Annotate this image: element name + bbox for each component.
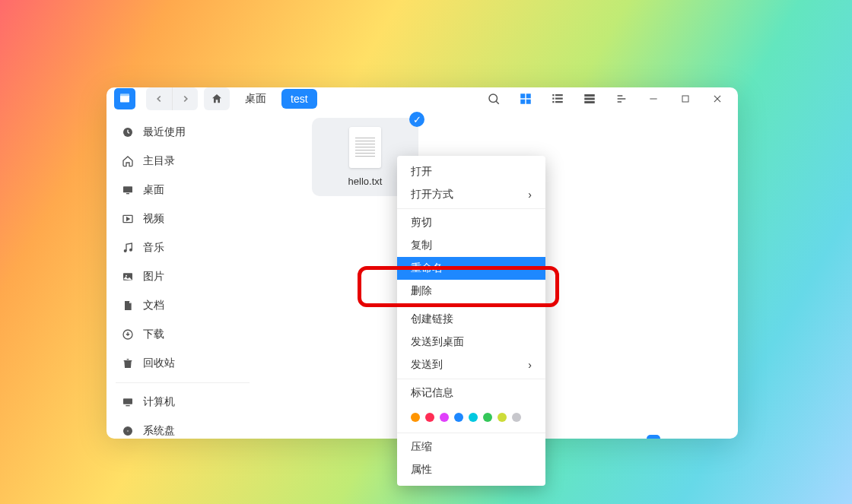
sidebar-item-label: 系统盘 xyxy=(143,424,175,438)
sidebar-item-label: 主目录 xyxy=(143,154,175,168)
forward-button[interactable] xyxy=(172,87,198,110)
ctx-delete[interactable]: 删除 xyxy=(397,280,545,303)
svg-point-30 xyxy=(130,249,132,251)
sidebar-item-label: 最近使用 xyxy=(143,125,186,139)
slider-thumb[interactable] xyxy=(647,435,660,439)
home-button[interactable] xyxy=(204,87,230,110)
sidebar-item-documents[interactable]: 文档 xyxy=(106,291,259,320)
ctx-compress[interactable]: 压缩 xyxy=(397,436,545,458)
color-tag-swatch[interactable] xyxy=(454,413,463,422)
svg-rect-13 xyxy=(555,101,563,103)
sidebar-item-trash[interactable]: 回收站 xyxy=(106,349,259,378)
svg-rect-26 xyxy=(126,193,129,194)
svg-rect-0 xyxy=(120,96,129,103)
text-file-icon xyxy=(349,127,381,168)
ctx-separator xyxy=(397,305,545,306)
back-button[interactable] xyxy=(146,87,172,110)
color-tag-swatch[interactable] xyxy=(425,413,434,422)
sidebar-item-system-disk[interactable]: 系统盘 xyxy=(106,417,259,439)
sidebar-item-downloads[interactable]: 下载 xyxy=(106,320,259,349)
nav-back-forward xyxy=(146,87,198,110)
ctx-properties[interactable]: 属性 xyxy=(397,458,545,481)
color-tag-swatch[interactable] xyxy=(483,413,492,422)
ctx-copy[interactable]: 复制 xyxy=(397,234,545,257)
maximize-button[interactable] xyxy=(672,87,698,110)
sidebar-item-label: 下载 xyxy=(143,328,164,341)
svg-rect-9 xyxy=(555,94,563,96)
view-grid-button[interactable] xyxy=(513,87,539,110)
color-tag-swatch[interactable] xyxy=(512,413,521,422)
svg-rect-7 xyxy=(526,100,531,104)
sidebar-item-label: 视频 xyxy=(143,212,164,226)
sidebar-separator xyxy=(116,382,250,383)
svg-rect-5 xyxy=(526,94,531,98)
svg-point-37 xyxy=(127,430,129,433)
sidebar-item-home[interactable]: 主目录 xyxy=(106,147,259,176)
sidebar-item-desktop[interactable]: 桌面 xyxy=(106,176,259,204)
ctx-send-to[interactable]: 发送到› xyxy=(397,353,545,376)
breadcrumb-desktop[interactable]: 桌面 xyxy=(236,88,275,109)
svg-rect-35 xyxy=(126,405,129,406)
svg-rect-14 xyxy=(584,94,595,97)
color-tag-swatch[interactable] xyxy=(411,413,420,422)
sidebar-item-label: 音乐 xyxy=(143,241,164,255)
svg-point-32 xyxy=(126,275,127,277)
color-tag-swatch[interactable] xyxy=(469,413,478,422)
svg-rect-10 xyxy=(552,98,554,100)
ctx-send-to-desktop[interactable]: 发送到桌面 xyxy=(397,331,545,353)
sidebar-item-label: 桌面 xyxy=(143,183,164,197)
ctx-cut[interactable]: 剪切 xyxy=(397,211,545,234)
svg-rect-4 xyxy=(520,94,525,98)
chevron-right-icon: › xyxy=(528,189,532,201)
color-tag-swatch[interactable] xyxy=(498,413,507,422)
ctx-color-tags xyxy=(397,404,545,430)
svg-rect-25 xyxy=(123,186,132,192)
color-tag-swatch[interactable] xyxy=(440,413,449,422)
close-button[interactable] xyxy=(704,87,730,110)
app-icon xyxy=(114,88,135,109)
svg-rect-11 xyxy=(555,98,563,100)
selection-check-icon: ✓ xyxy=(409,112,424,127)
ctx-separator xyxy=(397,433,545,433)
svg-marker-28 xyxy=(127,217,129,220)
svg-rect-16 xyxy=(584,101,595,103)
sidebar-item-video[interactable]: 视频 xyxy=(106,204,259,233)
sidebar-item-label: 文档 xyxy=(143,299,164,312)
ctx-create-link[interactable]: 创建链接 xyxy=(397,308,545,331)
chevron-right-icon: › xyxy=(528,359,532,371)
svg-rect-34 xyxy=(123,398,132,404)
ctx-open[interactable]: 打开 xyxy=(397,160,545,183)
search-button[interactable] xyxy=(481,87,507,110)
svg-rect-1 xyxy=(120,94,129,96)
svg-rect-6 xyxy=(520,100,525,104)
sidebar-item-label: 计算机 xyxy=(143,395,175,409)
file-name-label: hello.txt xyxy=(348,176,383,187)
ctx-open-with[interactable]: 打开方式› xyxy=(397,183,545,206)
sidebar-item-computer[interactable]: 计算机 xyxy=(106,388,259,417)
svg-rect-15 xyxy=(584,98,595,100)
sidebar-item-recent[interactable]: 最近使用 xyxy=(106,118,259,147)
svg-rect-12 xyxy=(552,101,554,103)
sidebar-item-label: 回收站 xyxy=(143,357,175,370)
ctx-separator xyxy=(397,208,545,209)
sidebar: 最近使用 主目录 桌面 视频 音乐 图片 xyxy=(106,110,259,439)
svg-rect-8 xyxy=(552,94,554,96)
menu-button[interactable] xyxy=(609,87,634,110)
svg-line-3 xyxy=(496,101,499,104)
ctx-rename[interactable]: 重命名 xyxy=(397,257,545,280)
svg-rect-21 xyxy=(682,96,688,102)
ctx-separator xyxy=(397,379,545,379)
view-columns-button[interactable] xyxy=(577,87,602,110)
svg-point-29 xyxy=(124,250,126,252)
sidebar-item-music[interactable]: 音乐 xyxy=(106,233,259,262)
ctx-tag-info[interactable]: 标记信息 xyxy=(397,382,545,404)
zoom-slider[interactable] xyxy=(641,438,724,439)
toolbar: 桌面 test xyxy=(106,87,738,110)
context-menu: 打开 打开方式› 剪切 复制 重命名 删除 创建链接 发送到桌面 发送到› 标记… xyxy=(397,156,545,486)
view-list-button[interactable] xyxy=(545,87,571,110)
svg-point-2 xyxy=(489,94,498,103)
minimize-button[interactable] xyxy=(641,87,666,110)
sidebar-item-label: 图片 xyxy=(143,270,164,284)
sidebar-item-images[interactable]: 图片 xyxy=(106,262,259,291)
breadcrumb-test[interactable]: test xyxy=(281,89,317,109)
